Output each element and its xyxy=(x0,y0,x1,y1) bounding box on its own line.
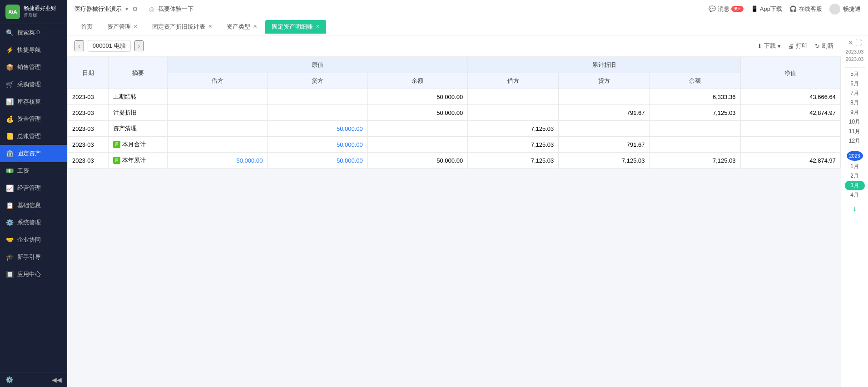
sidebar: AtA 畅捷通好业财 普及版 🔍 搜索菜单 ⚡ 快捷导航 📦 销售管理 🛒 采购… xyxy=(0,0,67,387)
timeline-month-9[interactable]: 9月 xyxy=(845,108,865,117)
cell-orig-balance xyxy=(367,137,467,153)
refresh-btn[interactable]: ↻ 刷新 xyxy=(815,42,833,50)
ledger-icon: 📒 xyxy=(5,133,14,140)
tabbar: 首页 资产管理 ✕ 固定资产折旧统计表 ✕ 资产类型 ✕ 固定资产明细账 ✕ xyxy=(67,18,868,35)
cell-date: 2023-03 xyxy=(68,153,109,169)
timeline-month-10[interactable]: 10月 xyxy=(845,117,865,127)
cell-acc-credit: 791.67 xyxy=(559,137,650,153)
quick-nav-icon: ⚡ xyxy=(5,46,14,54)
sidebar-item-base[interactable]: 📋 基础信息 xyxy=(0,197,67,214)
asset-code-box: 000001 电脑 xyxy=(88,40,131,52)
cell-acc-debit xyxy=(468,89,559,105)
topbar-left: 医疗器械行业演示 ▾ ⚙ ◎ 我要体验一下 xyxy=(74,5,193,13)
tab-asset-detail-close[interactable]: ✕ xyxy=(316,24,320,30)
message-label: 消息 xyxy=(718,5,729,13)
cell-date: 2023-03 xyxy=(68,121,109,137)
sidebar-item-quick-nav[interactable]: ⚡ 快捷导航 xyxy=(0,41,67,59)
timeline-down-arrow[interactable]: ↓ xyxy=(853,204,857,213)
th-original-value: 原值 xyxy=(168,57,468,73)
tab-asset-mgmt[interactable]: 资产管理 ✕ xyxy=(101,20,144,34)
cell-acc-credit xyxy=(559,89,650,105)
sidebar-item-sales[interactable]: 📦 销售管理 xyxy=(0,59,67,76)
cell-summary: 月本月合计 xyxy=(109,137,168,153)
sidebar-item-guide[interactable]: 🎓 新手引导 xyxy=(0,248,67,266)
guide-icon: 🎓 xyxy=(5,253,14,261)
app-download-btn[interactable]: 📱 App下载 xyxy=(751,5,782,13)
tab-asset-mgmt-close[interactable]: ✕ xyxy=(134,24,138,30)
cell-orig-credit: 50,000.00 xyxy=(268,153,367,169)
timeline-month-2[interactable]: 2月 xyxy=(845,171,865,181)
timeline-month-4[interactable]: 4月 xyxy=(845,190,865,200)
sidebar-bottom: ⚙️ ◀◀ xyxy=(0,372,67,387)
online-service-btn[interactable]: 🎧 在线客服 xyxy=(789,5,822,13)
cell-acc-credit: 791.67 xyxy=(559,105,650,121)
next-asset-btn[interactable]: › xyxy=(134,40,144,51)
timeline-month-8[interactable]: 8月 xyxy=(845,98,865,108)
collapse-icon[interactable]: ◀◀ xyxy=(52,376,62,383)
tab-asset-type-close[interactable]: ✕ xyxy=(253,24,257,30)
inventory-icon: 📊 xyxy=(5,98,14,105)
timeline-month-1[interactable]: 1月 xyxy=(845,162,865,171)
corp-icon: 🤝 xyxy=(5,236,14,243)
topbar-right: 💬 消息 99+ 📱 App下载 🎧 在线客服 畅捷通 xyxy=(709,4,861,15)
sidebar-item-corp[interactable]: 🤝 企业协同 xyxy=(0,231,67,248)
expand-panel-btn[interactable]: ⛶ xyxy=(855,39,862,46)
content-main: ‹ 000001 电脑 › ⬇ 下载 ▾ 🖨 打印 ↻ xyxy=(67,35,841,387)
settings-btn[interactable]: ⚙ xyxy=(132,5,138,13)
cell-acc-credit xyxy=(559,121,650,137)
topbar-dropdown-icon[interactable]: ▾ xyxy=(125,5,129,12)
cell-orig-credit xyxy=(268,105,367,121)
timeline-month-3[interactable]: 3月 xyxy=(845,181,865,190)
print-btn[interactable]: 🖨 打印 xyxy=(788,42,808,50)
sidebar-search[interactable]: 🔍 搜索菜单 xyxy=(0,24,67,41)
timeline-date2: 2023.03 xyxy=(846,55,864,63)
close-panel-btn[interactable]: ✕ xyxy=(848,39,853,46)
content-area: ‹ 000001 电脑 › ⬇ 下载 ▾ 🖨 打印 ↻ xyxy=(67,35,868,387)
table-row: 2023-03 资产清理 50,000.00 7,125.03 xyxy=(68,121,841,137)
sidebar-item-capital[interactable]: 💰 资金管理 xyxy=(0,110,67,128)
company-name: 医疗器械行业演示 xyxy=(74,5,122,13)
sidebar-item-ops[interactable]: 📈 经营管理 xyxy=(0,179,67,197)
experience-label[interactable]: 我要体验一下 xyxy=(158,5,193,13)
th-acc-credit: 贷方 xyxy=(559,73,650,89)
tab-depreciation-stats[interactable]: 固定资产折旧统计表 ✕ xyxy=(146,20,218,34)
cell-net-value: 42,874.97 xyxy=(740,105,840,121)
sys-icon: ⚙️ xyxy=(5,219,14,226)
sidebar-item-purchase[interactable]: 🛒 采购管理 xyxy=(0,76,67,93)
timeline-month-5[interactable]: 5月 xyxy=(845,69,865,79)
prev-asset-btn[interactable]: ‹ xyxy=(74,40,84,51)
timeline-year-2023[interactable]: 2023 xyxy=(847,151,863,161)
th-summary: 摘要 xyxy=(109,57,168,89)
settings-icon[interactable]: ⚙️ xyxy=(5,376,13,383)
sidebar-item-sys[interactable]: ⚙️ 系统管理 xyxy=(0,214,67,231)
cell-acc-credit: 7,125.03 xyxy=(559,153,650,169)
asset-toolbar-right: ⬇ 下载 ▾ 🖨 打印 ↻ 刷新 xyxy=(757,42,833,50)
app-logo-icon: AtA xyxy=(5,5,20,19)
sidebar-item-payroll[interactable]: 💵 工资 xyxy=(0,162,67,179)
message-btn[interactable]: 💬 消息 99+ xyxy=(709,5,744,13)
download-btn[interactable]: ⬇ 下载 ▾ xyxy=(757,42,781,50)
search-icon: 🔍 xyxy=(5,29,14,36)
sidebar-item-apps[interactable]: 🔲 应用中心 xyxy=(0,266,67,283)
tab-asset-type[interactable]: 资产类型 ✕ xyxy=(220,20,263,34)
timeline-month-6[interactable]: 6月 xyxy=(845,79,865,89)
asset-detail-table: 日期 摘要 原值 累计折旧 净值 借方 贷方 余额 借方 贷方 余额 xyxy=(67,57,841,169)
timeline-month-7[interactable]: 7月 xyxy=(845,89,865,98)
table-row: 2023-03 上期结转 50,000.00 6,333.36 43,666.6… xyxy=(68,89,841,105)
tab-home[interactable]: 首页 xyxy=(74,20,99,34)
cell-date: 2023-03 xyxy=(68,137,109,153)
cell-summary: 月本年累计 xyxy=(109,153,168,169)
cell-summary: 计提折旧 xyxy=(109,105,168,121)
download-dropdown-icon[interactable]: ▾ xyxy=(778,43,781,50)
badge-year: 月 xyxy=(113,157,120,164)
sidebar-item-ledger[interactable]: 📒 总账管理 xyxy=(0,128,67,145)
user-area[interactable]: 畅捷通 xyxy=(829,4,861,15)
sidebar-item-fixed[interactable]: 🏛️ 固定资产 xyxy=(0,145,67,162)
timeline-month-11[interactable]: 11月 xyxy=(845,127,865,136)
sidebar-item-inventory[interactable]: 📊 库存核算 xyxy=(0,93,67,110)
th-acc-balance: 余额 xyxy=(650,73,740,89)
tab-depreciation-stats-close[interactable]: ✕ xyxy=(208,24,212,30)
tab-asset-detail[interactable]: 固定资产明细账 ✕ xyxy=(265,20,326,34)
timeline-month-12[interactable]: 12月 xyxy=(845,136,865,146)
asset-toolbar: ‹ 000001 电脑 › ⬇ 下载 ▾ 🖨 打印 ↻ xyxy=(67,35,841,57)
